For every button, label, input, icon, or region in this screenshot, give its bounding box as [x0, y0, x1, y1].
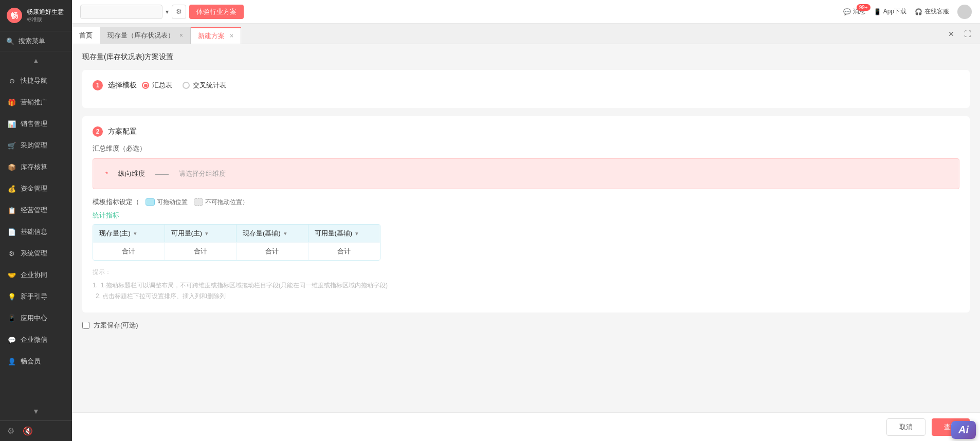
- sidebar-item-enterprise[interactable]: 🤝 企业协同: [0, 264, 72, 286]
- indicators-label-row: 模板指标设定（ 可拖动位置 不可拖动位置）: [93, 197, 959, 207]
- step1-badge: 1: [93, 80, 103, 90]
- stats-th-2-label: 现存量(基辅): [243, 229, 281, 238]
- stats-th-0[interactable]: 现存量(主) ▾: [93, 225, 165, 242]
- topbar-gear-button[interactable]: ⚙: [172, 5, 186, 19]
- dimension-area[interactable]: * 纵向维度 —— 请选择分组维度: [93, 158, 959, 189]
- stats-td-3: 合计: [308, 243, 380, 260]
- draggable-hint: 可拖动位置: [146, 198, 188, 207]
- sidebar-item-finance[interactable]: 💰 资金管理: [0, 178, 72, 199]
- save-checkbox[interactable]: [82, 322, 89, 329]
- app-center-icon: 📱: [7, 314, 16, 323]
- stats-td-1: 合计: [165, 243, 237, 260]
- tab-expand-button[interactable]: ⛶: [961, 28, 974, 40]
- sidebar-item-quick-nav[interactable]: ⊙ 快捷导航: [0, 70, 72, 91]
- tabbar: 首页 现存量（库存状况表） × 新建方案 × ✕ ⛶: [72, 24, 980, 44]
- search-menu-item[interactable]: 🔍 搜索菜单: [0, 31, 72, 51]
- marketing-icon: 🎁: [7, 98, 16, 107]
- tips-area: 提示： 1. 1.拖动标题栏可以调整布局，不可跨维度或指标区域拖动栏目字段(只能…: [93, 267, 959, 302]
- ai-badge[interactable]: Ai: [951, 421, 976, 439]
- online-service-label: 在线客服: [924, 7, 949, 16]
- template-radio-group: 汇总表 交叉统计表: [142, 81, 226, 90]
- stats-th-1[interactable]: 可用量(主) ▾: [165, 225, 237, 242]
- tab-new-plan-close[interactable]: ×: [230, 32, 233, 40]
- tabbar-right-buttons: ✕ ⛶: [945, 28, 980, 40]
- radio-summary[interactable]: 汇总表: [142, 81, 172, 90]
- sidebar-bottom: ⚙ 🔇: [0, 420, 72, 441]
- tab-inventory[interactable]: 现存量（库存状况表） ×: [100, 27, 191, 44]
- footer: 取消 查询: [72, 412, 980, 441]
- sidebar-item-label: 系统管理: [21, 249, 47, 258]
- tip-0-text: 1.拖动标题栏可以调整布局，不可跨维度或指标区域拖动栏目字段(只能在同一维度或指…: [101, 280, 388, 291]
- sidebar-item-marketing[interactable]: 🎁 营销推广: [0, 91, 72, 113]
- sales-icon: 📊: [7, 119, 16, 128]
- tip-item-0: 1. 1.拖动标题栏可以调整布局，不可跨维度或指标区域拖动栏目字段(只能在同一维…: [93, 280, 959, 291]
- sidebar-item-guide[interactable]: 💡 新手引导: [0, 286, 72, 307]
- step1-header: 1 选择模板 汇总表 交叉统计表: [93, 80, 959, 90]
- sidebar-item-label: 采购管理: [21, 141, 47, 150]
- topbar-right: 💬 消息 99+ 📱 App下载 🎧 在线客服: [843, 5, 972, 19]
- message-icon: 💬: [843, 8, 851, 15]
- chevron-down-icon: ▾: [166, 8, 169, 15]
- tip-1-text: 2. 点击标题栏下拉可设置排序、插入列和删除列: [96, 291, 226, 302]
- basic-icon: 📄: [7, 227, 16, 236]
- dimension-section-label: 汇总维度（必选）: [93, 144, 959, 153]
- stats-th-3[interactable]: 可用量(基辅) ▾: [308, 225, 380, 242]
- tab-close-all-button[interactable]: ✕: [945, 28, 957, 40]
- search-menu-label: 搜索菜单: [19, 36, 45, 46]
- scroll-down-arrow[interactable]: ▼: [0, 405, 72, 417]
- save-option-row: 方案保存(可选): [82, 321, 970, 330]
- step1-card: 1 选择模板 汇总表 交叉统计表: [82, 70, 970, 108]
- save-label: 方案保存(可选): [94, 321, 138, 330]
- required-mark: *: [105, 170, 108, 178]
- user-avatar-button[interactable]: [957, 5, 972, 19]
- stats-table-header: 现存量(主) ▾ 可用量(主) ▾ 现存量(基辅) ▾ 可用量(基辅) ▾: [93, 225, 380, 242]
- sidebar-item-wechat[interactable]: 💬 企业微信: [0, 329, 72, 351]
- sidebar-item-basic[interactable]: 📄 基础信息: [0, 221, 72, 243]
- topbar: ▾ ⚙ 体验行业方案 💬 消息 99+ 📱 App下载 🎧 在线客服: [72, 0, 980, 24]
- online-service-button[interactable]: 🎧 在线客服: [915, 7, 949, 16]
- messages-button[interactable]: 💬 消息 99+: [843, 7, 865, 16]
- cancel-button[interactable]: 取消: [886, 418, 925, 436]
- sidebar-item-member[interactable]: 👤 畅会员: [0, 351, 72, 372]
- step2-header: 2 方案配置: [93, 126, 959, 137]
- sidebar-item-sales[interactable]: 📊 销售管理: [0, 113, 72, 135]
- finance-icon: 💰: [7, 184, 16, 193]
- sidebar-item-purchase[interactable]: 🛒 采购管理: [0, 135, 72, 156]
- tab-home[interactable]: 首页: [72, 27, 100, 44]
- inventory-icon: 📦: [7, 162, 16, 172]
- tab-home-label: 首页: [79, 31, 93, 40]
- member-icon: 👤: [7, 357, 16, 366]
- tips-header: 提示：: [93, 267, 959, 278]
- step2-title: 方案配置: [108, 127, 137, 136]
- sidebar-logo-text-block: 畅康通好生意 标准版: [27, 8, 64, 24]
- radio-summary-circle: [142, 82, 149, 89]
- settings-icon[interactable]: ⚙: [7, 426, 14, 436]
- scroll-up-arrow[interactable]: ▲: [0, 54, 72, 67]
- stats-table: 现存量(主) ▾ 可用量(主) ▾ 现存量(基辅) ▾ 可用量(基辅) ▾: [93, 224, 380, 261]
- sidebar-item-label: 资金管理: [21, 184, 47, 193]
- app-download-label: App下载: [883, 7, 906, 16]
- sidebar-item-label: 应用中心: [21, 314, 47, 323]
- tab-new-plan-label: 新建方案: [198, 31, 225, 41]
- search-icon: 🔍: [6, 38, 14, 45]
- topbar-search-input[interactable]: [80, 5, 162, 19]
- app-download-button[interactable]: 📱 App下载: [874, 7, 906, 16]
- sidebar-item-management[interactable]: 📋 经营管理: [0, 199, 72, 221]
- experience-btn[interactable]: 体验行业方案: [189, 5, 244, 19]
- chevron-down-0-icon: ▾: [134, 230, 137, 237]
- sidebar-item-label: 营销推广: [21, 98, 47, 107]
- chevron-down-3-icon: ▾: [355, 230, 358, 237]
- sidebar: 畅 畅康通好生意 标准版 🔍 搜索菜单 ▲ ⊙ 快捷导航 🎁 营销推广 📊 销售…: [0, 0, 72, 441]
- sidebar-item-app-center[interactable]: 📱 应用中心: [0, 307, 72, 329]
- sidebar-item-system[interactable]: ⚙ 系统管理: [0, 243, 72, 264]
- sound-icon[interactable]: 🔇: [23, 426, 33, 436]
- sidebar-item-inventory[interactable]: 📦 库存核算: [0, 156, 72, 178]
- stats-th-2[interactable]: 现存量(基辅) ▾: [237, 225, 308, 242]
- scroll-up-area: ▲: [0, 51, 72, 70]
- tab-new-plan[interactable]: 新建方案 ×: [191, 27, 241, 44]
- radio-cross-label: 交叉统计表: [193, 81, 226, 90]
- sidebar-item-label: 畅会员: [21, 357, 41, 366]
- tab-inventory-close[interactable]: ×: [179, 32, 183, 39]
- radio-cross[interactable]: 交叉统计表: [183, 81, 226, 90]
- topbar-dropdown-button[interactable]: ▾: [166, 8, 169, 15]
